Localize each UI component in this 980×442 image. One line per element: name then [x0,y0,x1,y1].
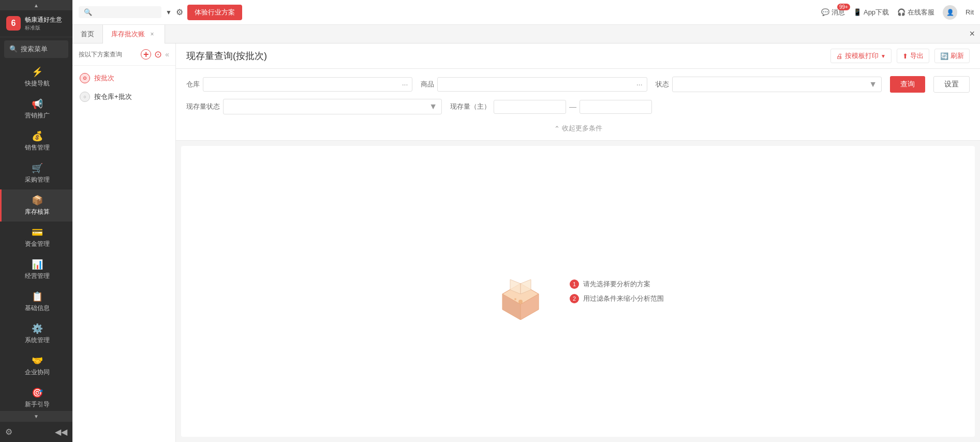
template-print-btn[interactable]: 🖨 按模板打印 ▼ [830,49,892,63]
tab-home[interactable]: 首页 [72,25,103,43]
operation-icon: 📊 [32,259,43,270]
search-menu[interactable]: 🔍 搜索菜单 [4,40,68,58]
app-logo: 6 [6,16,21,31]
sidebar-item-collab[interactable]: 🤝 企业协同 [0,350,72,382]
settings-btn[interactable]: 设置 [933,76,970,93]
inventory-qty-from[interactable] [494,100,566,114]
product-dots: ··· [636,80,643,89]
sidebar-item-purchase[interactable]: 🛒 采购管理 [0,157,72,189]
scheme-batch-label: 按批次 [94,73,114,83]
finance-label: 资金管理 [25,240,50,248]
main-content: 现存量查询(按批次) 🖨 按模板打印 ▼ ⬆ 导出 🔄 刷新 [176,43,980,442]
empty-illustration [492,263,549,320]
marketing-label: 营销推广 [25,111,50,120]
page-title: 现存量查询(按批次) [186,50,267,62]
template-print-label: 按模板打印 [845,51,879,61]
topbar-search-box[interactable]: 🔍 [79,6,161,18]
tab-close-icon[interactable]: × [148,30,156,38]
sidebar-item-marketing[interactable]: 📢 营销推广 [0,93,72,125]
product-input[interactable]: ··· [437,77,647,92]
empty-step-1: 1 请先选择要分析的方案 [570,279,664,289]
inventory-qty-to[interactable] [580,100,652,114]
refresh-btn[interactable]: 🔄 刷新 [934,49,970,63]
sidebar-item-sales[interactable]: 💰 销售管理 [0,125,72,157]
sidebar-scroll-up[interactable]: ▲ [0,0,72,10]
scheme-item-batch[interactable]: ⊙ 按批次 [72,69,175,87]
scheme-active-icon: ⊙ [80,73,90,83]
scheme-item-warehouse-batch[interactable]: ○ 按仓库+批次 [72,87,175,106]
tab-inventory-batch[interactable]: 库存批次账 × [103,25,165,43]
empty-steps: 1 请先选择要分析的方案 2 用过滤条件来缩小分析范围 [570,279,664,303]
sidebar-item-system[interactable]: ⚙️ 系统管理 [0,318,72,350]
sales-icon: 💰 [32,130,43,142]
sidebar-item-inventory[interactable]: 📦 库存核算 [0,189,72,222]
system-icon: ⚙️ [32,323,43,334]
warehouse-dots: ··· [402,80,408,89]
svg-point-7 [514,298,516,300]
filter-area: 仓库 ··· 商品 ··· [176,69,980,141]
scheme-warehouse-batch-label: 按仓库+批次 [94,92,132,101]
scheme-header: 按以下方案查询 + ⊙ « [72,43,175,66]
template-dropdown-icon[interactable]: ▼ [881,53,886,59]
scheme-header-label: 按以下方案查询 [79,50,122,59]
guide-label: 新手引导 [25,400,50,409]
sidebar-item-basic[interactable]: 📋 基础信息 [0,286,72,318]
export-btn[interactable]: ⬆ 导出 [897,49,929,63]
collapse-sidebar-icon[interactable]: ◀◀ [55,427,67,437]
scheme-settings-icon[interactable]: ⊙ [154,49,162,60]
username: Rit [966,8,974,16]
avatar-placeholder: 👤 [946,9,954,16]
scheme-header-icons: + ⊙ « [141,49,169,60]
sidebar-footer: ⚙ ◀◀ [0,421,72,442]
sidebar-item-finance[interactable]: 💳 资金管理 [0,222,72,254]
sidebar-item-guide[interactable]: 🎯 新手引导 [0,382,72,411]
purchase-icon: 🛒 [32,163,43,174]
warehouse-input[interactable]: ··· [203,77,412,92]
system-label: 系统管理 [25,336,50,345]
collapse-scheme-icon[interactable]: « [165,50,169,58]
inventory-qty-dash: — [569,102,576,111]
app-name: 畅康通好生意 [25,16,62,24]
collab-label: 企业协同 [25,368,50,377]
inventory-icon: 📦 [32,195,43,206]
inventory-status-arrow: ▼ [429,102,437,111]
sidebar-scroll-down[interactable]: ▼ [0,411,72,421]
inventory-status-select[interactable]: ▼ [223,99,442,114]
tab-close-panel-btn[interactable]: × [964,28,980,39]
inventory-qty-label: 现存量（主） [450,102,491,111]
main-area: 🔍 ▼ ⚙ 体验行业方案 💬 消息 99+ 📱 App下载 🎧 在线客服 👤 [72,0,980,442]
topbar-left: 🔍 ▼ ⚙ 体验行业方案 [79,5,817,20]
inventory-label: 库存核算 [25,208,50,216]
status-select[interactable]: ▼ [672,77,882,92]
tabbar: 首页 库存批次账 × × [72,25,980,43]
refresh-label: 刷新 [951,51,964,61]
app-download-btn[interactable]: 📱 App下载 [853,8,889,17]
status-filter-group: 状态 ▼ [656,77,882,92]
topbar-gear-icon[interactable]: ⚙ [176,7,183,17]
industry-btn[interactable]: 体验行业方案 [187,5,242,20]
empty-step-2: 2 用过滤条件来缩小分析范围 [570,294,664,303]
online-service-btn[interactable]: 🎧 在线客服 [897,8,934,17]
status-dropdown-icon: ▼ [869,80,877,89]
quicknav-icon: ⚡ [32,66,43,78]
search-icon: 🔍 [9,45,18,53]
step-2-label: 用过滤条件来缩小分析范围 [583,294,664,303]
topbar-dropdown[interactable]: ▼ [166,9,172,16]
sidebar-header: 6 畅康通好生意 标准版 [0,10,72,37]
step-1-label: 请先选择要分析的方案 [583,279,650,289]
query-btn[interactable]: 查询 [890,76,925,93]
messages-btn[interactable]: 💬 消息 99+ [821,8,845,17]
sidebar-item-quicknav[interactable]: ⚡ 快捷导航 [0,61,72,93]
collapse-more-btn[interactable]: ⌃ 收起更多条件 [186,121,970,133]
operation-label: 经营管理 [25,272,50,281]
warehouse-label: 仓库 [186,80,200,89]
collapse-label: 收起更多条件 [562,124,602,133]
export-label: 导出 [910,51,924,61]
warehouse-filter-group: 仓库 ··· [186,77,412,92]
sidebar-item-operation[interactable]: 📊 经营管理 [0,254,72,286]
add-scheme-icon[interactable]: + [141,49,151,60]
product-label: 商品 [421,80,434,89]
basic-icon: 📋 [32,291,43,302]
settings-footer-icon[interactable]: ⚙ [5,427,12,437]
inventory-status-label: 现存量状态 [186,102,220,111]
